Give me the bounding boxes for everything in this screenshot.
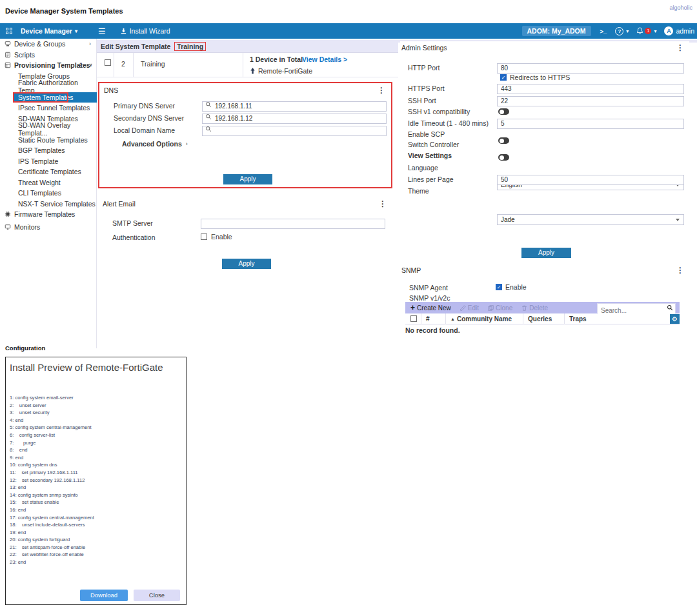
column-traps[interactable]: Traps [569, 315, 587, 323]
primary-dns-field-wrap [202, 99, 387, 110]
secondary-dns-input[interactable] [202, 114, 387, 124]
admin-settings-kebab-menu-icon[interactable]: ⋮ [676, 45, 684, 51]
chevron-down-icon [676, 219, 680, 221]
config-line: 11: set primary 192.168.1.111 [10, 469, 94, 477]
dns-apply-button[interactable]: Apply [223, 174, 272, 184]
primary-dns-input[interactable] [202, 101, 387, 112]
edit-button[interactable]: Edit [460, 304, 479, 312]
chevron-right-icon: › [186, 141, 188, 147]
search-icon [667, 304, 673, 311]
device-manager-menu-label: Device Manager [21, 27, 72, 35]
config-line: 14: config system snmp sysinfo [10, 492, 94, 499]
config-line: 12: set secondary 192.168.1.112 [10, 477, 94, 484]
install-wizard-button[interactable]: Install Wizard [120, 27, 170, 35]
dns-kebab-menu-icon[interactable]: ⋮ [378, 87, 385, 94]
local-domain-input[interactable] [202, 126, 387, 136]
dns-advanced-options[interactable]: Advanced Options › [122, 140, 188, 148]
delete-label: Delete [529, 304, 548, 312]
download-button[interactable]: Download [80, 590, 128, 601]
column-settings-gear-icon[interactable]: ⚙ [670, 314, 680, 324]
adom-button[interactable]: ADOM: My_ADOM [522, 26, 591, 36]
authentication-enable-label: Enable [211, 233, 232, 241]
snmp-v1v2c-label: SNMP v1/v2c [409, 294, 450, 302]
delete-button[interactable]: Delete [521, 304, 548, 312]
sidebar-item-scripts[interactable]: Scripts [0, 50, 96, 61]
hamburger-menu-icon[interactable]: ☰ [98, 26, 106, 36]
dns-panel: DNS ⋮ Primary DNS Server Secondary DNS S… [98, 82, 392, 188]
config-line: 8: end [10, 446, 94, 454]
secondary-dns-field-wrap [202, 112, 387, 122]
sshv1-toggle[interactable] [498, 108, 509, 115]
ssh-port-label: SSH Port [408, 97, 436, 104]
help-menu[interactable]: ? ▾ [615, 27, 629, 35]
admin-settings-apply-button[interactable]: Apply [521, 248, 571, 258]
admin-settings-panel: Admin Settings ⋮ HTTP Port ✓ Redirects t… [400, 41, 689, 261]
http-port-label: HTTP Port [408, 64, 439, 72]
sidebar-item-static-route-templates[interactable]: Static Route Templates [0, 135, 96, 146]
sidebar: Device & Groups › Scripts Provisioning T… [0, 39, 97, 348]
https-port-label: HTTPS Port [408, 84, 445, 92]
snmp-empty-text: No record found. [405, 326, 460, 334]
sidebar-item-bgp-templates[interactable]: BGP Templates [0, 145, 96, 156]
snmp-kebab-menu-icon[interactable]: ⋮ [676, 267, 684, 273]
close-button[interactable]: Close [134, 590, 180, 601]
chevron-expanded-icon[interactable]: ∨ [89, 63, 92, 68]
redirects-https-checkbox[interactable]: ✓ [500, 74, 507, 81]
sidebar-item-provisioning-templates[interactable]: Provisioning Templates ⋮ ∨ [0, 60, 96, 71]
sidebar-item-device-groups[interactable]: Device & Groups › [0, 39, 96, 50]
caret-down-icon: ▾ [626, 28, 629, 34]
enable-scp-toggle[interactable] [498, 137, 509, 144]
sidebar-item-system-templates[interactable]: System Templates [14, 92, 97, 103]
sidebar-item-ips-template[interactable]: IPS Template [0, 156, 96, 167]
cli-console-icon[interactable]: >_ [600, 28, 607, 35]
sidebar-item-sdwan-overlay-templates[interactable]: SD-WAN Overlay Templat... [0, 124, 96, 135]
theme-select[interactable]: Jade [497, 214, 684, 225]
clone-button[interactable]: Clone [488, 304, 512, 312]
sidebar-item-label: Firmware Templates [14, 210, 75, 218]
caret-down-icon: ▾ [75, 28, 77, 34]
column-index[interactable]: # [426, 315, 430, 323]
content-header-title: Edit System Template [101, 43, 170, 50]
sidebar-item-fabric-authorization[interactable]: Fabric Authorization Temp... [0, 81, 96, 92]
view-details-link[interactable]: View Details > [302, 55, 347, 63]
sidebar-item-cli-templates[interactable]: CLI Templates [0, 188, 96, 199]
sidebar-item-ipsec-tunnel-templates[interactable]: IPsec Tunnel Templates [0, 103, 96, 114]
column-queries[interactable]: Queries [528, 315, 552, 323]
https-port-input[interactable] [497, 84, 684, 94]
authentication-label: Authentication [112, 233, 156, 241]
sidebar-item-label: BGP Templates [18, 146, 65, 154]
ssh-port-input[interactable] [497, 96, 684, 106]
switch-controller-toggle[interactable] [498, 154, 509, 161]
authentication-enable-checkbox[interactable] [201, 233, 207, 240]
apps-grid-icon[interactable] [6, 28, 12, 34]
snmp-agent-enable-label: Enable [505, 283, 527, 291]
http-port-input[interactable] [497, 63, 684, 74]
sidebar-item-nsxt-service-templates[interactable]: NSX-T Service Templates [0, 199, 96, 210]
smtp-server-input[interactable] [201, 219, 385, 229]
device-manager-menu[interactable]: Device Manager ▾ [21, 27, 77, 35]
row-checkbox[interactable] [105, 59, 111, 66]
notifications-menu[interactable]: 1 ▾ [636, 27, 656, 35]
install-preview-title: Install Preview of Remote-FortiGate [10, 362, 163, 373]
lines-per-page-label: Lines per Page [408, 175, 454, 183]
alert-email-apply-button[interactable]: Apply [222, 259, 271, 269]
column-community-name[interactable]: ▲ Community Name [450, 315, 512, 323]
select-all-checkbox[interactable] [410, 315, 417, 322]
monitors-icon [5, 224, 11, 230]
alert-email-kebab-menu-icon[interactable]: ⋮ [379, 201, 387, 207]
snmp-agent-checkbox[interactable]: ✓ [496, 284, 502, 290]
kebab-menu-icon[interactable]: ⋮ [77, 62, 83, 68]
sidebar-item-label: Monitors [14, 223, 40, 231]
idle-timeout-input[interactable] [497, 119, 684, 129]
sidebar-item-monitors[interactable]: Monitors [0, 222, 96, 233]
bell-icon [636, 27, 643, 35]
search-input[interactable] [598, 307, 675, 314]
create-new-button[interactable]: + Create New [410, 303, 451, 312]
sidebar-item-certificate-templates[interactable]: Certificate Templates [0, 166, 96, 177]
lines-per-page-input[interactable] [497, 175, 684, 185]
search-icon [205, 126, 212, 132]
sidebar-item-threat-weight[interactable]: Threat Weight [0, 177, 96, 188]
config-line: 10: config system dns [10, 461, 94, 469]
sidebar-item-firmware-templates[interactable]: Firmware Templates [0, 209, 96, 220]
user-menu[interactable]: A admin [664, 26, 694, 35]
